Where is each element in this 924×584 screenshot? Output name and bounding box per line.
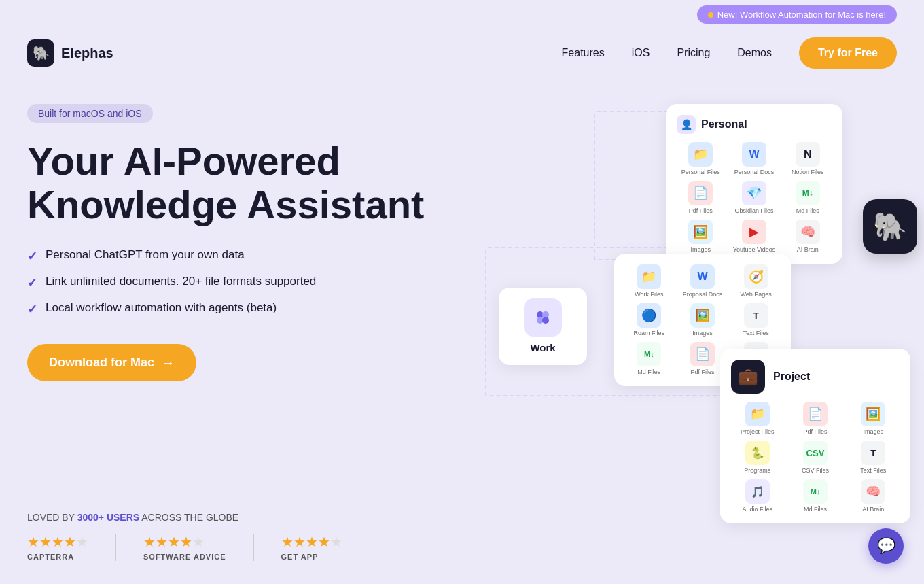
capterra-stars: ★★★★★ [27, 534, 88, 550]
work-label-text: Work [530, 342, 555, 354]
pdf-label: Pdf Files [689, 207, 713, 214]
images-icon: 🖼️ [688, 220, 713, 244]
rating-software-advice: ★★★★★ SOFTWARE ADVICE [143, 534, 254, 561]
pf-icon-6: T [861, 441, 885, 465]
download-btn-label: Download for Mac [49, 356, 154, 370]
project-card-header: 💼 Project [731, 360, 900, 394]
check-icon-3: ✓ [27, 302, 37, 317]
personal-card: 👤 Personal 📁 Personal Files W Personal D… [666, 104, 842, 264]
wf-icon-3: 🧭 [744, 264, 768, 289]
file-item-notion: N Notion Files [783, 142, 832, 175]
software-advice-label: SOFTWARE ADVICE [143, 553, 226, 561]
personal-label-text: Personal [701, 118, 747, 131]
wf-item-1: 📁 Work Files [625, 264, 673, 298]
obsidian-icon: 💎 [742, 181, 766, 205]
pf-item-6: T Text Files [847, 441, 900, 474]
nav-link-features[interactable]: Features [562, 47, 605, 59]
personal-files-label: Personal Files [681, 169, 720, 175]
brain-label-personal: AI Brain [797, 246, 819, 253]
project-label-text: Project [773, 371, 810, 383]
loved-suffix: ACROSS THE GLOBE [141, 512, 238, 523]
personal-files-grid: 📁 Personal Files W Personal Docs N Notio… [677, 142, 832, 253]
nav-logo: 🐘 Elephas [27, 39, 113, 67]
pf-item-2: 📄 Pdf Files [789, 402, 841, 435]
get-app-stars: ★★★★★ [281, 534, 342, 550]
file-item-md: M↓ Md Files [783, 181, 832, 214]
project-icon-box: 💼 [731, 360, 765, 394]
nav-link-ios[interactable]: iOS [632, 47, 650, 59]
wf-item-7: M↓ Md Files [625, 342, 673, 375]
pf-item-8: M↓ Md Files [789, 479, 841, 513]
word-icon: W [742, 142, 766, 167]
brain-icon-personal: 🧠 [796, 220, 820, 244]
svg-point-3 [542, 317, 549, 324]
feature-text-1: Personal ChatGPT from your own data [46, 248, 245, 262]
navigation: 🐘 Elephas Features iOS Pricing Demos Try… [0, 29, 924, 77]
file-item-obsidian: 💎 Obsidian Files [730, 181, 779, 214]
get-app-label: GET APP [281, 553, 319, 561]
word-label: Personal Docs [734, 169, 775, 175]
pf-icon-8: M↓ [803, 479, 828, 504]
pf-item-9: 🧠 AI Brain [847, 479, 900, 513]
loved-prefix: LOVED BY [27, 512, 75, 523]
feature-item-2: ✓ Link unlimited documents. 20+ file for… [27, 275, 505, 290]
check-icon-1: ✓ [27, 249, 37, 264]
project-files-grid: 📁 Project Files 📄 Pdf Files 🖼️ Images 🐍 … [731, 402, 900, 513]
hero-features: ✓ Personal ChatGPT from your own data ✓ … [27, 248, 505, 317]
wf-item-6: T Text Files [732, 303, 780, 337]
work-card: Work [499, 288, 587, 365]
file-item-pdf: 📄 Pdf Files [677, 181, 725, 214]
pf-icon-7: 🎵 [745, 479, 770, 504]
logo-icon: 🐘 [27, 39, 54, 67]
ratings-row: ★★★★★ CAPTERRA ★★★★★ SOFTWARE ADVICE ★★★… [27, 534, 897, 561]
hero-title: Your AI-Powered Knowledge Assistant [27, 139, 505, 226]
wf-item-3: 🧭 Web Pages [732, 264, 780, 298]
software-advice-stars: ★★★★★ [143, 534, 205, 550]
try-free-button[interactable]: Try for Free [799, 37, 897, 69]
file-item-personal-files: 📁 Personal Files [677, 142, 725, 175]
feature-text-3: Local workflow automation with agents (b… [46, 301, 277, 315]
pf-icon-5: CSV [803, 441, 828, 465]
chat-icon: 💬 [877, 537, 895, 555]
nav-link-demos[interactable]: Demos [737, 47, 772, 59]
announcement-dot [708, 12, 713, 18]
file-item-images: 🖼️ Images [677, 220, 725, 253]
pf-icon-1: 📁 [745, 402, 770, 426]
check-icon-2: ✓ [27, 275, 37, 290]
pf-icon-2: 📄 [803, 402, 828, 426]
wf-item-5: 🖼️ Images [679, 303, 727, 337]
wf-icon-8: 📄 [690, 342, 715, 366]
pf-icon-9: 🧠 [861, 479, 885, 504]
file-item-brain-personal: 🧠 AI Brain [783, 220, 832, 253]
hero-right: 👤 Personal 📁 Personal Files W Personal D… [505, 97, 897, 485]
wf-icon-6: T [744, 303, 768, 328]
announcement-text: New: Workflow Automation for Mac is here… [717, 10, 886, 20]
pf-icon-3: 🖼️ [861, 402, 885, 426]
wf-icon-4: 🔵 [637, 303, 661, 328]
notion-icon: N [796, 142, 820, 167]
wf-icon-7: M↓ [637, 342, 661, 366]
logo-text: Elephas [61, 46, 113, 61]
wf-icon-1: 📁 [637, 264, 661, 289]
loved-count: 3000+ USERS [77, 512, 139, 523]
youtube-label: Youtube Videos [733, 246, 776, 253]
pf-icon-4: 🐍 [745, 441, 770, 465]
elephas-app-icon: 🐘 [863, 199, 917, 254]
md-icon: M↓ [796, 181, 820, 205]
wf-icon-5: 🖼️ [690, 303, 715, 328]
wf-icon-2: W [690, 264, 715, 289]
obsidian-label: Obsidian Files [734, 207, 773, 214]
personal-card-label: 👤 Personal [677, 115, 832, 134]
announcement-pill[interactable]: New: Workflow Automation for Mac is here… [697, 5, 897, 24]
nav-link-pricing[interactable]: Pricing [677, 47, 710, 59]
wf-item-2: W Proposal Docs [679, 264, 727, 298]
rating-capterra: ★★★★★ CAPTERRA [27, 534, 116, 561]
chat-button[interactable]: 💬 [868, 528, 904, 564]
arrow-icon: → [161, 355, 175, 371]
pf-item-4: 🐍 Programs [731, 441, 783, 474]
person-icon: 👤 [677, 115, 696, 134]
personal-files-icon: 📁 [688, 142, 713, 167]
feature-text-2: Link unlimited documents. 20+ file forma… [46, 275, 316, 288]
feature-item-3: ✓ Local workflow automation with agents … [27, 301, 505, 317]
download-button[interactable]: Download for Mac → [27, 344, 196, 381]
